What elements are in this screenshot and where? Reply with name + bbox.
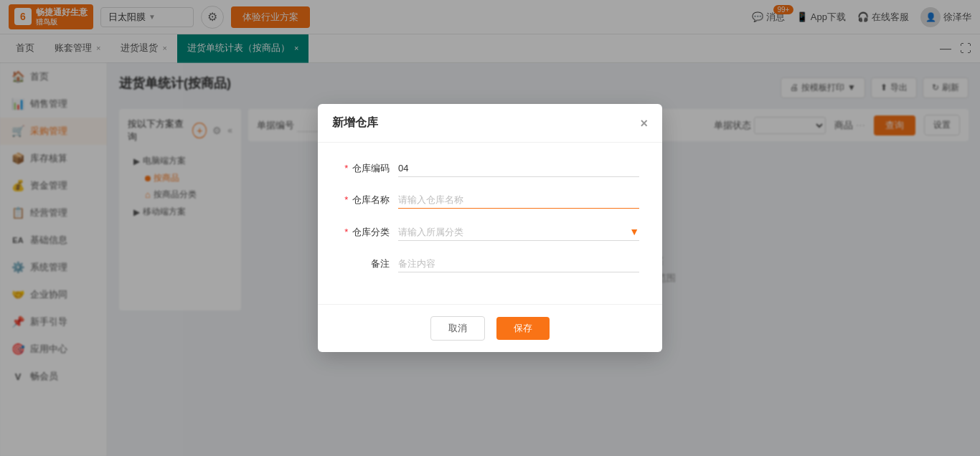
save-button[interactable]: 保存 [496, 317, 550, 340]
name-input[interactable] [398, 191, 639, 209]
form-row-name: * 仓库名称 [341, 191, 639, 209]
modal-overlay[interactable]: 新增仓库 × * 仓库编码 * 仓库名称 [0, 0, 980, 456]
required-star-code: * [344, 163, 348, 174]
category-label: * 仓库分类 [341, 226, 398, 239]
code-label: * 仓库编码 [341, 162, 398, 175]
cancel-button[interactable]: 取消 [430, 316, 485, 341]
name-label: * 仓库名称 [341, 194, 398, 206]
form-row-note: 备注 [341, 255, 639, 272]
modal-header: 新增仓库 × [318, 104, 662, 143]
modal-close-button[interactable]: × [640, 117, 648, 130]
form-row-category: * 仓库分类 请输入所属分类 ▼ [341, 223, 639, 241]
form-row-code: * 仓库编码 [341, 160, 639, 177]
code-input[interactable] [398, 160, 639, 177]
modal-title: 新增仓库 [332, 115, 378, 130]
modal-footer: 取消 保存 [318, 304, 662, 352]
modal-body: * 仓库编码 * 仓库名称 * 仓库分类 请输入所属 [318, 143, 662, 304]
note-label: 备注 [341, 257, 398, 270]
new-warehouse-modal: 新增仓库 × * 仓库编码 * 仓库名称 [318, 104, 662, 352]
category-arrow-icon: ▼ [629, 226, 639, 237]
required-star-category: * [344, 227, 348, 237]
note-input[interactable] [398, 255, 639, 272]
category-select[interactable]: 请输入所属分类 [398, 227, 629, 237]
category-select-wrap: 请输入所属分类 ▼ [398, 223, 639, 241]
required-star-name: * [344, 194, 348, 205]
